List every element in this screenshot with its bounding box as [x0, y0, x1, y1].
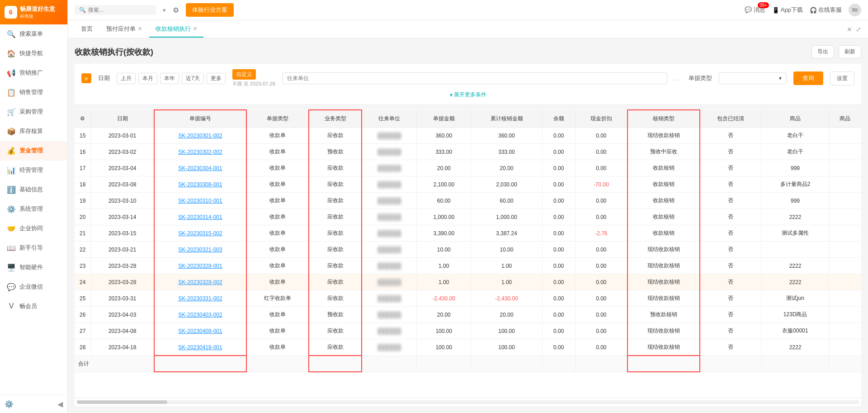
bill-no-link[interactable]: SK-20230328-001	[178, 263, 222, 269]
partner-value: ██████	[378, 165, 401, 171]
cell-writeoff-amount: 10.00	[471, 242, 542, 258]
bill-no-link[interactable]: SK-20230331-002	[178, 295, 222, 302]
sidebar-item-corp[interactable]: 🤝企业协同	[0, 219, 67, 238]
query-button[interactable]: 查询	[793, 71, 823, 85]
date-range-display: 不限 至 2023-07-26	[232, 81, 275, 87]
date-option-上月[interactable]: 上月	[117, 73, 136, 84]
bill-no-link[interactable]: SK-20230403-002	[178, 312, 222, 318]
messages-button[interactable]: 💬 消息 99+	[745, 6, 765, 14]
cell-goods2	[829, 193, 861, 209]
partner-value: ██████	[378, 230, 401, 237]
online-support-button[interactable]: 🎧 在线客服	[810, 6, 842, 14]
cell-biz-type: 应收款	[309, 274, 362, 290]
bill-no-link[interactable]: SK-20230304-001	[178, 165, 222, 171]
partner-value: ██████	[378, 344, 401, 351]
sidebar-item-quicknav[interactable]: 🏠快捷导航	[0, 44, 67, 63]
custom-date-button[interactable]: 自定义	[232, 69, 256, 80]
search-input[interactable]	[88, 7, 142, 13]
tab-close-collection[interactable]: ✕	[193, 26, 197, 32]
table-row: 24 2023-03-28 SK-20230328-002 收款单 应收款 ██…	[75, 274, 861, 290]
finance-nav-label: 资金管理	[19, 147, 43, 155]
th-bill-no: 单据编号	[154, 110, 247, 128]
sidebar-item-operation[interactable]: 📊经营管理	[0, 161, 67, 180]
sidebar-item-guide[interactable]: 📖新手引导	[0, 238, 67, 258]
sidebar-item-purchase[interactable]: 🛒采购管理	[0, 102, 67, 122]
cell-balance: 0.00	[542, 307, 575, 323]
bill-no-link[interactable]: SK-20230314-001	[178, 214, 222, 220]
bill-type-dropdown[interactable]: ▾	[719, 72, 787, 84]
date-option-本月[interactable]: 本月	[138, 73, 157, 84]
date-option-近7天[interactable]: 近7天	[182, 73, 204, 84]
sidebar-item-marketing[interactable]: 📢营销推广	[0, 63, 67, 83]
collapse-icon[interactable]: ◀	[57, 400, 63, 408]
sidebar-item-search[interactable]: 🔍搜索菜单	[0, 24, 67, 44]
column-settings-button[interactable]: 设置	[830, 71, 854, 85]
horizontal-scrollbar[interactable]	[77, 400, 859, 404]
cell-date: 2023-03-02	[91, 144, 154, 160]
col-settings-header[interactable]: ⚙	[75, 110, 91, 128]
table-scroll-area[interactable]: ⚙ 日期 单据编号 单据类型 业务类型 往来单位 单据金额 累计核销金额 余额 …	[75, 109, 861, 398]
bill-no-link[interactable]: SK-20230418-001	[178, 344, 222, 351]
sidebar-item-system[interactable]: ⚙️系统管理	[0, 199, 67, 219]
sidebar-item-sales[interactable]: 📋销售管理	[0, 83, 67, 102]
cell-biz-type: 应收款	[309, 242, 362, 258]
sidebar-item-member[interactable]: V畅会员	[0, 297, 67, 316]
dropdown-chevron-icon[interactable]: ▾	[163, 7, 166, 14]
sidebar-item-finance[interactable]: 💰资金管理	[0, 141, 67, 161]
sidebar-item-hardware[interactable]: 🖥️智能硬件	[0, 258, 67, 277]
cell-no: 18	[75, 176, 91, 193]
date-option-更多[interactable]: 更多	[207, 73, 226, 84]
cell-amount: 333.00	[417, 144, 471, 160]
cell-date: 2023-03-21	[91, 242, 154, 258]
bill-no-link[interactable]: SK-20230301-002	[178, 133, 222, 139]
marketing-nav-icon: 📢	[7, 69, 16, 77]
th-balance: 余额	[542, 110, 575, 128]
bill-no-link[interactable]: SK-20230321-003	[178, 247, 222, 253]
sidebar-item-basic[interactable]: ℹ️基础信息	[0, 180, 67, 199]
industry-solution-button[interactable]: 体验行业方案	[186, 3, 234, 17]
bill-no-link[interactable]: SK-20230310-001	[178, 198, 222, 204]
tab-prepay[interactable]: 预付应付单✕	[100, 21, 148, 38]
app-download-button[interactable]: 📱 App下载	[772, 6, 803, 14]
sidebar-item-wechat[interactable]: 💬企业微信	[0, 277, 67, 297]
bill-no-link[interactable]: SK-20230302-002	[178, 149, 222, 155]
totals-settled	[700, 356, 762, 372]
table-row: 19 2023-03-10 SK-20230310-001 收款单 应收款 ██…	[75, 193, 861, 209]
cell-bill-no: SK-20230321-003	[154, 242, 247, 258]
refresh-button[interactable]: 刷新	[839, 45, 861, 58]
date-option-本年[interactable]: 本年	[160, 73, 179, 84]
scrollbar-thumb[interactable]	[77, 400, 167, 404]
bill-no-link[interactable]: SK-20230408-001	[178, 328, 222, 334]
cell-goods: 测试多属性	[762, 225, 829, 242]
cell-include-settled: 否	[700, 209, 762, 225]
cell-balance: 0.00	[542, 128, 575, 144]
tab-close-prepay[interactable]: ✕	[138, 26, 142, 32]
more-options-dots[interactable]: ...	[674, 75, 682, 82]
totals-bill-no	[154, 356, 247, 372]
sidebar-item-inventory[interactable]: 📦库存核算	[0, 122, 67, 141]
cell-amount: -2,430.00	[417, 290, 471, 307]
export-button[interactable]: 导出	[811, 45, 834, 58]
bill-no-link[interactable]: SK-20230308-001	[178, 181, 222, 188]
topbar-search-box[interactable]: 🔍	[75, 5, 156, 15]
close-tab-icon[interactable]: ✕	[847, 26, 852, 33]
cell-amount: 360.00	[417, 128, 471, 144]
th-cash-discount: 现金折扣	[575, 110, 627, 128]
partner-filter-input[interactable]	[282, 72, 667, 84]
filter-expand-button[interactable]: »	[81, 73, 91, 83]
settings-icon[interactable]: ⚙️	[5, 400, 14, 408]
expand-more-button[interactable]: ▾ 展开更多条件	[450, 91, 486, 99]
cell-writeoff-type: 现结收款核销	[627, 323, 699, 339]
gear-settings-icon[interactable]: ⚙	[173, 6, 179, 14]
tab-home[interactable]: 首页	[75, 21, 99, 38]
bill-no-link[interactable]: SK-20230328-002	[178, 279, 222, 285]
cell-no: 21	[75, 225, 91, 242]
user-avatar[interactable]: Rit	[849, 4, 861, 16]
cell-no: 15	[75, 128, 91, 144]
app-logo-icon: 6	[5, 6, 17, 19]
tab-collection[interactable]: 收款核销执行✕	[149, 21, 203, 38]
cell-goods: 123D商品	[762, 307, 829, 323]
column-settings-gear-icon[interactable]: ⚙	[80, 115, 85, 122]
bill-no-link[interactable]: SK-20230315-002	[178, 230, 222, 237]
maximize-tab-icon[interactable]: ⤢	[856, 26, 861, 33]
